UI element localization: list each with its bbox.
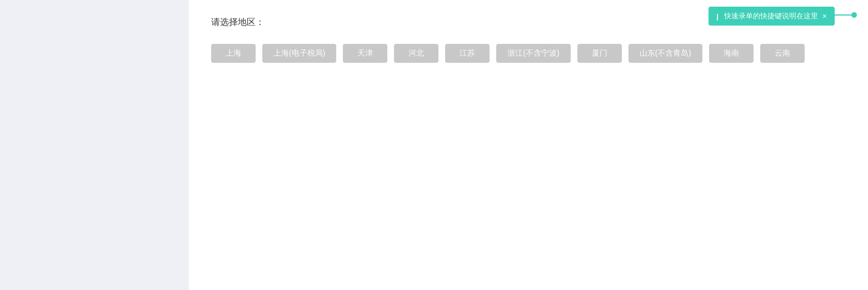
region-btn-hebei[interactable]: 河北 bbox=[394, 44, 438, 63]
region-btn-hainan[interactable]: 海南 bbox=[709, 44, 754, 63]
region-btn-shanghai[interactable]: 上海 bbox=[211, 44, 256, 63]
region-btn-shandong[interactable]: 山东(不含青岛) bbox=[628, 44, 702, 63]
region-btn-jiangsu[interactable]: 江苏 bbox=[445, 44, 490, 63]
tooltip-text: 快速录单的快捷键说明在这里 bbox=[724, 11, 818, 21]
region-buttons: 上海上海(电子税局)天津河北江苏浙江(不含宁波)厦门山东(不含青岛)海南云南 bbox=[211, 44, 846, 63]
left-sidebar bbox=[0, 0, 189, 290]
region-btn-zhejiang[interactable]: 浙江(不含宁波) bbox=[496, 44, 570, 63]
main-content: 请选择地区： 上海上海(电子税局)天津河北江苏浙江(不含宁波)厦门山东(不含青岛… bbox=[189, 0, 868, 290]
region-btn-yunnan[interactable]: 云南 bbox=[760, 44, 805, 63]
tooltip-banner: 快速录单的快捷键说明在这里 × bbox=[709, 7, 835, 26]
tooltip-dot bbox=[851, 12, 857, 18]
region-btn-xiamen[interactable]: 厦门 bbox=[577, 44, 622, 63]
region-btn-shanghai-etax[interactable]: 上海(电子税局) bbox=[262, 44, 336, 63]
tooltip-line bbox=[835, 14, 851, 16]
region-btn-tianjin[interactable]: 天津 bbox=[343, 44, 387, 63]
tooltip-close-button[interactable]: × bbox=[822, 12, 827, 20]
